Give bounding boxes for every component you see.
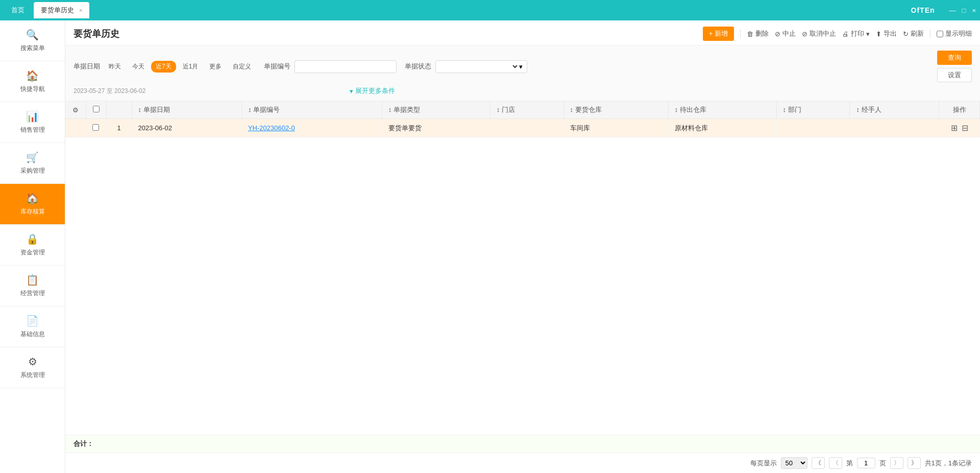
sidebar-item-label-inventory: 库存核算 [20,207,45,216]
tab-home[interactable]: 首页 [4,2,32,18]
sidebar-item-basic-info[interactable]: 📄 基础信息 [0,306,65,347]
show-detail-label: 显示明细 [945,29,972,38]
shortcut-nav-icon: 🏠 [26,69,39,82]
expand-conditions-button[interactable]: ▾ 展开更多条件 [350,86,395,96]
page-size-select[interactable]: 50 10 20 100 [781,457,807,469]
row-docno[interactable]: YH-20230602-0 [241,119,382,137]
sidebar-item-sales-mgmt[interactable]: 📊 销售管理 [0,102,65,143]
col-settings[interactable]: ⚙ [65,101,86,119]
col-date-label: ↕ 单据日期 [138,106,170,113]
refresh-label: 刷新 [911,29,924,38]
delete-icon: 🗑 [747,30,753,38]
row-handler [850,119,939,137]
col-doctype-label: ↕ 单据类型 [388,106,420,113]
tab-close-icon[interactable]: × [79,7,82,13]
date-range-text: 2023-05-27 至 2023-06-02 [74,87,145,96]
next-page-button[interactable]: 〉 [890,457,903,469]
show-detail-checkbox[interactable] [937,31,943,37]
col-dept[interactable]: ↕ 部门 [776,101,850,119]
window-minimize-icon[interactable]: — [949,7,956,14]
summary-label: 合计： [74,439,93,448]
data-table: ⚙ ↕ 单据日期 ↕ 单据编号 ↕ 单据类型 [65,101,980,137]
basic-info-icon: 📄 [26,315,39,327]
col-store[interactable]: ↕ 门店 [490,101,564,119]
sidebar-item-system-mgmt[interactable]: ⚙ 系统管理 [0,347,65,388]
top-bar: 首页 要货单历史 × OfTEn — □ × [0,0,980,20]
col-date[interactable]: ↕ 单据日期 [132,101,241,119]
col-handler[interactable]: ↕ 经手人 [850,101,939,119]
docno-filter-input[interactable] [295,60,397,73]
date-btn-7days[interactable]: 近7天 [151,61,176,73]
print-button[interactable]: 🖨 打印 ▾ [842,29,870,38]
date-btn-today[interactable]: 今天 [128,61,149,73]
row-doctype: 要货单要货 [382,119,490,137]
prev-page-button[interactable]: 〈 [829,457,842,469]
print-icon: 🖨 [842,30,849,38]
sidebar-item-purchase-mgmt[interactable]: 🛒 采购管理 [0,143,65,184]
cancel-stop-label: 取消中止 [810,29,836,38]
page-header: 要货单历史 + 新增 🗑 删除 ⊘ 中止 ⊘ 取消中止 🖨 打 [65,20,980,45]
row-num: 1 [106,119,132,137]
stop-button[interactable]: ⊘ 中止 [775,29,796,38]
page-label: 第 [846,459,853,468]
col-docno[interactable]: ↕ 单据编号 [241,101,382,119]
filter-second-row: 2023-05-27 至 2023-06-02 ▾ 展开更多条件 [74,86,972,96]
delete-label: 删除 [755,29,769,38]
page-number-input[interactable] [857,458,875,468]
sidebar-item-finance[interactable]: 🔒 资金管理 [0,225,65,266]
table-header-row: ⚙ ↕ 单据日期 ↕ 单据编号 ↕ 单据类型 [65,101,980,119]
row-edit-icon[interactable]: ⊞ [951,123,958,133]
row-checkbox[interactable] [92,124,99,131]
row-wait-warehouse: 原材料仓库 [668,119,776,137]
date-filter-label: 单据日期 [74,62,100,71]
settings-button[interactable]: 设置 [937,68,972,82]
select-all-checkbox[interactable] [93,106,100,112]
sidebar-item-label-basic-info: 基础信息 [20,330,45,339]
table-row: 1 2023-06-02 YH-20230602-0 要货单要货 车间库 原材料… [65,119,980,137]
export-label: 导出 [884,29,897,38]
filter-actions: 查询 设置 [937,51,972,82]
delete-button[interactable]: 🗑 删除 [747,29,769,38]
row-more-icon[interactable]: ⊟ [962,123,968,133]
col-req-warehouse[interactable]: ↕ 要货仓库 [564,101,668,119]
sidebar-item-inventory[interactable]: 🏠 库存核算 [0,184,65,225]
print-dropdown-icon: ▾ [866,30,870,38]
date-btn-1month[interactable]: 近1月 [178,61,203,73]
pagination-bar: 每页显示 50 10 20 100 《 〈 第 页 〉 》 共1页，1条记录 [65,453,980,473]
window-maximize-icon[interactable]: □ [962,7,966,14]
content-area: 要货单历史 + 新增 🗑 删除 ⊘ 中止 ⊘ 取消中止 🖨 打 [65,20,980,473]
sidebar-item-shortcut-nav[interactable]: 🏠 快捷导航 [0,61,65,102]
filter-bar: 单据日期 昨天 今天 近7天 近1月 更多 自定义 单据编号 [65,45,980,101]
window-close-icon[interactable]: × [972,7,976,14]
sales-mgmt-icon: 📊 [26,110,39,123]
toolbar-divider-2 [930,29,930,38]
expand-label: 展开更多条件 [355,86,395,96]
refresh-button[interactable]: ↻ 刷新 [903,29,924,38]
col-handler-label: ↕ 经手人 [856,106,881,113]
cancel-stop-button[interactable]: ⊘ 取消中止 [802,29,836,38]
brand-logo: OfTEn [911,6,935,14]
status-filter-select[interactable] [440,62,519,71]
tab-purchase-history[interactable]: 要货单历史 × [34,2,89,18]
refresh-icon: ↻ [903,30,909,38]
query-button[interactable]: 查询 [937,51,972,65]
status-filter-select-wrapper[interactable]: ▾ [435,60,527,73]
row-checkbox-cell [86,119,106,137]
date-btn-yesterday[interactable]: 昨天 [104,61,126,73]
show-detail-toggle[interactable]: 显示明细 [937,29,972,38]
export-button[interactable]: ⬆ 导出 [876,29,897,38]
sidebar-item-operations[interactable]: 📋 经营管理 [0,266,65,306]
col-doctype[interactable]: ↕ 单据类型 [382,101,490,119]
status-dropdown-icon: ▾ [519,63,523,70]
col-wait-warehouse[interactable]: ↕ 待出仓库 [668,101,776,119]
expand-icon: ▾ [350,87,353,95]
last-page-button[interactable]: 》 [908,457,921,469]
status-filter-label: 单据状态 [405,62,431,71]
first-page-button[interactable]: 《 [812,457,825,469]
page-title: 要货单历史 [74,28,119,40]
date-btn-more[interactable]: 更多 [205,61,226,73]
sidebar-item-search-menu[interactable]: 🔍 搜索菜单 [0,20,65,61]
date-btn-custom[interactable]: 自定义 [228,61,256,73]
inventory-icon: 🏠 [26,192,39,204]
new-button[interactable]: + 新增 [703,27,734,41]
